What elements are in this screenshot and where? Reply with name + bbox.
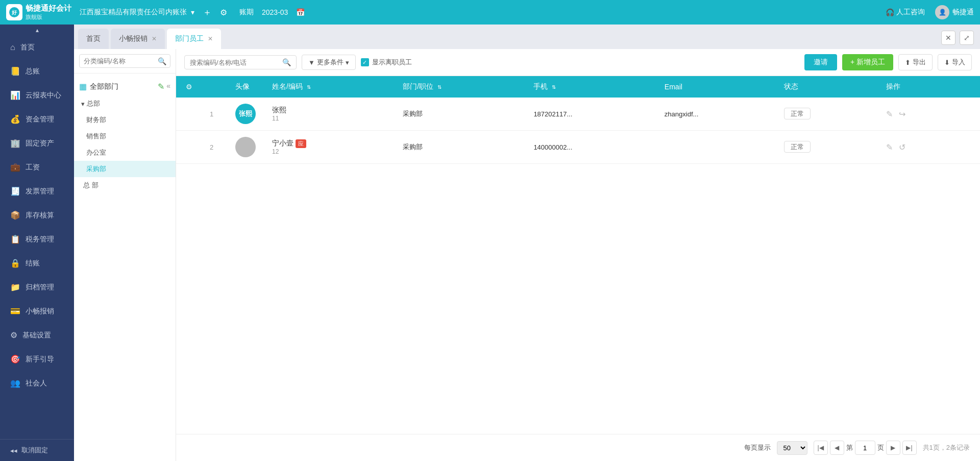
sidebar-item-social[interactable]: 👥 社会人 [0,371,74,395]
per-page-label: 每页显示 [744,443,771,452]
tab-close-btn[interactable]: ✕ [941,31,955,45]
col-settings[interactable]: ⚙ [176,76,202,98]
dept-item-finance[interactable]: 财务部 [74,112,176,128]
employee-search-icon[interactable]: 🔍 [282,58,291,66]
dept-item-purchase[interactable]: 采购部 [74,161,176,177]
sidebar-item-tax[interactable]: 📋 税务管理 [0,227,74,251]
tab-dept-employees[interactable]: 部门员工 ✕ [167,29,221,49]
dept-item-office[interactable]: 办公室 [74,144,176,161]
dept-search-input[interactable] [79,54,170,68]
add-employee-button[interactable]: + 新增员工 [842,54,893,70]
col-name[interactable]: 姓名/编码 ⇅ [264,76,395,98]
next-page-button[interactable]: ▶ [886,441,900,455]
sidebar-item-reports[interactable]: 📊 云报表中心 [0,83,74,107]
employee-search-input[interactable] [190,59,282,66]
import-icon: ⬇ [944,59,950,66]
col-dept[interactable]: 部门/职位 ⇅ [395,76,525,98]
col-actions: 操作 [878,76,980,98]
tab-dept-close[interactable]: ✕ [208,35,213,42]
dept-collapse-icon[interactable]: « [166,82,170,91]
tab-expense-close[interactable]: ✕ [152,35,157,42]
export-button[interactable]: ⬆ 导出 [898,54,933,70]
col-status: 状态 [776,76,878,98]
logo-icon: 好 [6,4,22,20]
user-area[interactable]: 👤 畅捷通 [935,5,974,19]
sidebar-item-label: 首页 [20,43,35,52]
sidebar-item-funds[interactable]: 💰 资金管理 [0,107,74,131]
status-badge: 正常 [784,108,811,119]
employees-panel: 🔍 ▼ 更多条件 ▾ 显示离职员工 邀请 + 新增员工 [176,49,980,461]
calendar-icon[interactable]: 📅 [296,8,305,16]
dept-item-hq[interactable]: ▾ 总部 [74,95,176,112]
sidebar-item-label: 总账 [26,67,40,76]
row-phone-cell: 187202117... [525,98,656,131]
sidebar-item-guide[interactable]: 🎯 新手引导 [0,347,74,371]
sidebar-item-ledger[interactable]: 📒 总账 [0,59,74,83]
period-label: 账期 [239,8,254,17]
show-resigned-checkbox[interactable] [361,58,369,66]
employee-name: 张熙 [272,106,386,115]
pin-label: 取消固定 [21,446,48,455]
logout-icon[interactable]: ↪ [899,109,905,119]
pin-toggle[interactable]: ◂◂ 取消固定 [0,439,74,461]
per-page-select[interactable]: 50 10 20 100 [777,441,807,455]
sidebar-item-settings[interactable]: ⚙ 基础设置 [0,323,74,347]
sidebar-item-salary[interactable]: 💼 工资 [0,155,74,179]
edit-icon[interactable]: ✎ [886,109,893,119]
sidebar-item-expense[interactable]: 💳 小畅报销 [0,299,74,323]
ledger-icon: 📒 [10,66,20,76]
tab-bar: 首页 小畅报销 ✕ 部门员工 ✕ ✕ ⤢ [74,25,980,49]
employee-code: 11 [272,115,386,122]
row-index: 2 [202,131,227,164]
prev-page-button[interactable]: ◀ [830,441,844,455]
row-status-cell: 正常 [776,131,878,164]
service-button[interactable]: 🎧 人工咨询 [886,8,925,17]
sidebar-item-home[interactable]: ⌂ 首页 [0,36,74,59]
search-box: 🔍 [184,55,297,69]
main-layout: ▴ ⌂ 首页 📒 总账 📊 云报表中心 💰 资金管理 🏢 固定资产 💼 工资 🧾… [0,25,980,461]
company-selector[interactable]: 江西服宝精品有限责任公司内账张 ▾ [80,8,194,17]
dept-edit-icon[interactable]: ✎ [158,82,164,91]
col-phone[interactable]: 手机 ⇅ [525,76,656,98]
assets-icon: 🏢 [10,138,20,148]
add-icon[interactable]: ＋ [203,6,212,18]
tab-expand-btn[interactable]: ⤢ [960,31,974,45]
filter-button[interactable]: ▼ 更多条件 ▾ [302,55,356,70]
invite-button[interactable]: 邀请 [804,54,837,70]
first-page-button[interactable]: |◀ [814,441,828,455]
dept-item-hq2[interactable]: 总 部 [74,177,176,193]
refresh-icon[interactable]: ↺ [899,142,905,152]
tab-expense[interactable]: 小畅报销 ✕ [111,29,165,49]
sidebar-item-assets[interactable]: 🏢 固定资产 [0,131,74,155]
row-dept-cell: 采购部 [395,131,525,164]
dept-root-label[interactable]: 全部部门 [90,82,118,91]
top-bar-right: 🎧 人工咨询 👤 畅捷通 [886,5,974,19]
page-input[interactable] [855,441,875,455]
expand-icon: ▾ [81,100,85,108]
expense-icon: 💳 [10,306,20,316]
show-resigned-label: 显示离职员工 [372,58,412,67]
dept-search-icon[interactable]: 🔍 [158,57,166,65]
edit-icon[interactable]: ✎ [886,142,893,152]
sidebar-item-archive[interactable]: 📁 归档管理 [0,275,74,299]
page-label: 第 [846,443,853,452]
import-button[interactable]: ⬇ 导入 [938,54,972,70]
row-email-cell: zhangxidf... [656,98,776,131]
row-index: 1 [202,98,227,131]
last-page-button[interactable]: ▶| [902,441,917,455]
toolbar-right: 邀请 + 新增员工 ⬆ 导出 ⬇ 导入 [804,54,972,70]
row-phone-cell: 140000002... [525,131,656,164]
sidebar-item-inventory[interactable]: 📦 库存核算 [0,203,74,227]
sidebar-item-invoice[interactable]: 🧾 发票管理 [0,179,74,203]
export-label: 导出 [913,58,926,67]
sidebar-item-settle[interactable]: 🔒 结账 [0,251,74,275]
page-unit-label: 页 [877,443,884,452]
dept-item-sales[interactable]: 销售部 [74,128,176,144]
sort-dept-icon: ⇅ [437,84,442,90]
scroll-indicator: ▴ [0,25,74,36]
archive-icon: 📁 [10,282,20,292]
tab-home[interactable]: 首页 [78,29,109,49]
home-icon: ⌂ [10,43,15,52]
avatar: 张熙 [235,104,256,124]
settings-icon[interactable]: ⚙ [220,8,227,17]
